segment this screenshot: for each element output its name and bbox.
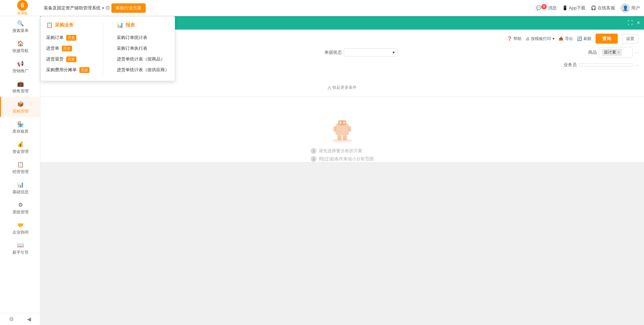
sidebar-item-label: 营销推广 [12, 68, 29, 74]
purchase-section-label: 采购业务 [55, 22, 74, 28]
menu-item-inbound-stats-goods[interactable]: 进货单统计表（按商品） [117, 54, 169, 65]
svg-rect-5 [333, 126, 336, 132]
sidebar-item-purchase[interactable]: 📦 采购管理 [0, 97, 40, 117]
user-label: 用户 [631, 5, 640, 11]
sidebar-item-label: 新手引导 [12, 250, 29, 255]
sidebar-item-quick-nav[interactable]: 🏠 快捷导航 [0, 36, 40, 56]
menu-item-po-stats[interactable]: 采购订单统计表 [117, 32, 169, 43]
report-section-icon: 📊 [117, 22, 123, 28]
message-icon: 💬 [536, 5, 541, 10]
sidebar-item-marketing[interactable]: 📢 营销推广 [0, 56, 40, 77]
salesperson-input[interactable] [579, 63, 633, 67]
tab-actions: ⛶ × [626, 19, 641, 27]
goods-dots[interactable]: ··· [635, 50, 639, 55]
menu-item-inbound-return[interactable]: 进货退货 历史 [46, 54, 90, 65]
hint-num-1: 1 [311, 148, 317, 154]
message-badge: 9 [541, 4, 547, 9]
menu-item-purchase-order[interactable]: 采购订单 历史 [46, 32, 90, 43]
voucher-status-select[interactable]: ▾ [344, 48, 398, 56]
message-label: 消息 [548, 5, 557, 11]
sidebar-collapse-btn[interactable]: ◀ [27, 316, 31, 322]
sidebar: 🔍 搜索菜单 🏠 快捷导航 📢 营销推广 💼 销售管理 📦 采购管理 🏪 [0, 16, 40, 325]
menu-item-purchase-expense[interactable]: 采购费用分摊单 历史 [46, 65, 90, 75]
purchase-dropdown-menu: 📋 采购业务 采购订单 历史 进货单 历史 进货退货 历史 采购费用分摊单 历史… [40, 16, 175, 81]
sidebar-item-label: 资金管理 [12, 149, 29, 155]
menu-item-purchase-expense-label: 采购费用分摊单 [46, 67, 77, 73]
avatar: 👤 [620, 3, 630, 13]
menu-item-inbound-badge: 历史 [62, 46, 72, 51]
collapse-btn[interactable]: ⋀ 收起更多条件 [46, 83, 639, 92]
system-icon: ⚙ [18, 202, 23, 208]
phone-icon: 📱 [562, 5, 568, 10]
sidebar-item-guide[interactable]: 📖 新手引导 [0, 238, 40, 258]
sidebar-item-operations[interactable]: 📋 经营管理 [0, 157, 40, 177]
sidebar-item-finance[interactable]: 💰 资金管理 [0, 137, 40, 157]
logo-subtitle: 标准版 [17, 11, 28, 16]
menu-item-po-stats-label: 采购订单统计表 [117, 35, 147, 41]
topbar-settings-btn[interactable]: ⚙ [105, 5, 110, 11]
menu-section-purchase: 📋 采购业务 采购订单 历史 进货单 历史 进货退货 历史 采购费用分摊单 历史 [46, 22, 90, 75]
query-btn[interactable]: 查询 [596, 34, 618, 44]
svg-point-0 [332, 138, 352, 143]
title-dropdown-btn[interactable]: ▾ [102, 6, 104, 10]
svg-rect-6 [348, 126, 351, 132]
sidebar-bottom: ⚙ ◀ [0, 313, 40, 325]
operations-icon: 📋 [17, 161, 24, 168]
goods-tag: 设计素 × [602, 49, 622, 56]
menu-item-po-exec[interactable]: 采购订单执行表 [117, 43, 169, 54]
empty-state: 1 请先选择要分析的方案 2 用[过滤]条件来缩小分析范围 [311, 97, 373, 162]
online-service-action[interactable]: 🎧 在线客服 [591, 5, 615, 11]
logo-icon: 6 [17, 0, 28, 11]
home-icon: 🏠 [17, 40, 24, 47]
goods-tag-close[interactable]: × [617, 50, 620, 55]
filter-salesperson: 业务员 ··· [564, 62, 639, 68]
empty-hint-2: 2 用[过滤]条件来缩小分析范围 [311, 156, 373, 162]
menu-item-inbound-stats-goods-label: 进货单统计表（按商品） [117, 56, 165, 62]
user-action[interactable]: 👤 用户 [620, 3, 640, 13]
menu-item-inbound-return-label: 进货退货 [46, 56, 64, 62]
sidebar-item-basic-info[interactable]: 📊 基础信息 [0, 177, 40, 198]
export-btn[interactable]: 📤 导出 [559, 36, 573, 42]
sidebar-settings-btn[interactable]: ⚙ [9, 316, 14, 322]
print-icon: 🖨 [526, 36, 530, 41]
menu-item-inbound-stats-supplier-label: 进货单统计表（按供应商） [117, 67, 169, 73]
menu-item-po-exec-label: 采购订单执行表 [117, 45, 147, 51]
tab-window-close-btn[interactable]: × [636, 19, 641, 27]
sidebar-item-inventory[interactable]: 🏪 库存核算 [0, 117, 40, 137]
svg-rect-1 [335, 124, 349, 135]
settings-btn-filter[interactable]: 设置 [622, 34, 639, 44]
empty-hints: 1 请先选择要分析的方案 2 用[过滤]条件来缩小分析范围 [311, 148, 373, 162]
goods-input[interactable]: 设计素 × [599, 47, 633, 57]
tab-fullscreen-btn[interactable]: ⛶ [626, 19, 634, 27]
salesperson-dots[interactable]: ··· [635, 62, 639, 68]
menu-item-inbound[interactable]: 进货单 历史 [46, 43, 90, 54]
help-btn[interactable]: ❓ 帮助 [507, 36, 522, 42]
print-dropdown-icon: ▾ [552, 36, 554, 41]
search-icon: 🔍 [17, 20, 24, 27]
empty-illustration [325, 117, 359, 144]
collapse-up-icon: ⋀ [328, 85, 331, 90]
menu-item-inbound-return-badge: 历史 [66, 56, 76, 62]
inventory-icon: 🏪 [17, 121, 24, 127]
hint-num-2: 2 [311, 156, 317, 162]
filter-goods: 商品 设计素 × ··· [588, 47, 639, 57]
print-btn[interactable]: 🖨 按模板打印 ▾ [526, 36, 554, 42]
headset-icon: 🎧 [591, 5, 596, 10]
sidebar-item-system[interactable]: ⚙ 系统管理 [0, 198, 40, 218]
logo-area: 6 标准版 [4, 0, 41, 16]
empty-hint-1: 1 请先选择要分析的方案 [311, 148, 373, 154]
app-download-action[interactable]: 📱 App下载 [562, 5, 585, 11]
sidebar-item-search[interactable]: 🔍 搜索菜单 [0, 16, 40, 36]
refresh-btn[interactable]: 🔄 刷新 [577, 36, 592, 42]
menu-item-purchase-order-badge: 历史 [66, 35, 76, 41]
industry-btn[interactable]: 体验行业方案 [111, 3, 146, 13]
menu-item-inbound-stats-supplier[interactable]: 进货单统计表（按供应商） [117, 65, 169, 75]
message-action[interactable]: 💬 9 消息 [536, 5, 557, 11]
sidebar-item-enterprise[interactable]: 🤝 企业协同 [0, 218, 40, 238]
sidebar-item-sales[interactable]: 💼 销售管理 [0, 77, 40, 97]
menu-divider [103, 22, 103, 75]
svg-point-4 [343, 122, 345, 124]
report-section-label: 报表 [126, 22, 135, 28]
guide-icon: 📖 [17, 242, 24, 248]
refresh-icon: 🔄 [577, 36, 582, 41]
